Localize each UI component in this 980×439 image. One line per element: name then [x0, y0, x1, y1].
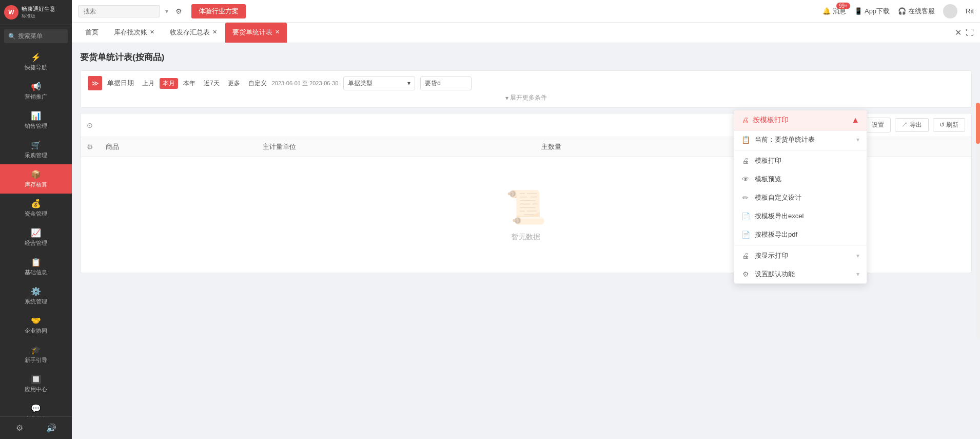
- sidebar-item-appstore[interactable]: 🔲 应用中心: [0, 369, 72, 398]
- topbar-chevron-icon[interactable]: ▾: [165, 8, 168, 15]
- doc-type-chevron-icon: ▾: [407, 80, 410, 87]
- search-icon: 🔍: [8, 33, 16, 40]
- export-button[interactable]: ↗ 导出: [895, 118, 928, 132]
- topbar-search-input[interactable]: [78, 5, 160, 17]
- user-avatar[interactable]: [943, 4, 957, 18]
- default-settings-item[interactable]: ⚙ 设置默认功能 ▾: [734, 265, 867, 283]
- template-export-pdf-label: 按模板导出pdf: [755, 230, 859, 239]
- tab-order-stats[interactable]: 要货单统计表 ✕: [225, 23, 287, 43]
- doc-type-select[interactable]: 单据类型 ▾: [343, 77, 415, 90]
- experience-button[interactable]: 体验行业方案: [191, 4, 246, 18]
- search-menu-button[interactable]: 🔍 搜索菜单: [4, 29, 68, 43]
- toolbar-settings-icon[interactable]: ⊙: [87, 121, 93, 129]
- settings-bottom-button[interactable]: ⚙: [14, 421, 25, 435]
- tab-home[interactable]: 首页: [78, 23, 106, 43]
- topbar-gear-icon[interactable]: ⚙: [175, 7, 182, 15]
- display-print-item[interactable]: 🖨 按显示打印 ▾: [734, 246, 867, 265]
- date-range-label: 2023-06-01 至 2023-06-30: [272, 80, 339, 87]
- print-dropdown-close-button[interactable]: ▲: [851, 116, 859, 125]
- sidebar-item-basic[interactable]: 📋 基础信息: [0, 252, 72, 281]
- tab-maximize-button[interactable]: ⛶: [966, 28, 974, 37]
- filter-expand-icon[interactable]: ≫: [88, 76, 102, 90]
- date-current-year-button[interactable]: 本年: [180, 78, 199, 89]
- sidebar-item-collab[interactable]: 🤝 企业协同: [0, 311, 72, 340]
- online-service-label: 在线客服: [908, 7, 935, 16]
- search-menu-label: 搜索菜单: [18, 32, 43, 41]
- app-download-action[interactable]: 📱 App下载: [854, 7, 890, 16]
- date-prev-month-button[interactable]: 上月: [139, 78, 158, 89]
- purchase-icon: 🛒: [31, 140, 41, 150]
- template-custom-item[interactable]: ✏ 模板自定义设计: [734, 188, 867, 207]
- template-export-excel-item[interactable]: 📄 按模板导出excel: [734, 207, 867, 225]
- default-settings-icon: ⚙: [741, 270, 750, 278]
- category-label: 要货d: [425, 79, 441, 88]
- date-current-month-button[interactable]: 本月: [160, 78, 178, 89]
- template-export-pdf-icon: 📄: [741, 231, 750, 239]
- expand-label: 展开更多条件: [510, 93, 547, 102]
- template-export-pdf-item[interactable]: 📄 按模板导出pdf: [734, 225, 867, 244]
- sidebar-item-marketing[interactable]: 📢 营销推广: [0, 77, 72, 106]
- volume-icon: 🔊: [46, 424, 56, 432]
- template-print-item-label: 模板打印: [755, 156, 859, 165]
- refresh-button[interactable]: ↺ 刷新: [933, 118, 965, 132]
- volume-bottom-button[interactable]: 🔊: [44, 421, 58, 435]
- sidebar-item-wechat[interactable]: 💬 企业微信: [0, 398, 72, 416]
- template-print-item[interactable]: 🖨 模板打印: [734, 151, 867, 170]
- column-settings-icon[interactable]: ⚙: [87, 143, 93, 151]
- tab-order-stats-close[interactable]: ✕: [275, 29, 280, 35]
- inventory-icon: 📦: [31, 169, 41, 179]
- display-print-arrow-icon: ▾: [856, 252, 859, 259]
- system-icon: ⚙️: [31, 287, 41, 296]
- date-filter-label: 单据日期: [107, 79, 134, 88]
- sidebar-item-guide[interactable]: 🎓 新手引导: [0, 340, 72, 369]
- category-select[interactable]: 要货d: [420, 77, 472, 90]
- sidebar-search-area[interactable]: 🔍 搜索菜单: [0, 25, 72, 47]
- col-header-product: 商品: [100, 137, 257, 157]
- tab-receipt-summary-close[interactable]: ✕: [212, 29, 217, 35]
- sidebar-item-sales[interactable]: 📊 销售管理: [0, 106, 72, 135]
- tab-close-window-button[interactable]: ✕: [955, 28, 962, 37]
- sidebar-item-quick-nav[interactable]: ⚡ 快捷导航: [0, 47, 72, 77]
- messages-action[interactable]: 🔔 消息 99+: [822, 7, 846, 16]
- template-preview-item[interactable]: 👁 模板预览: [734, 170, 867, 188]
- current-template-item[interactable]: 📋 当前：要货单统计表 ▾: [734, 130, 867, 149]
- template-custom-item-icon: ✏: [741, 194, 750, 202]
- sidebar-item-label: 库存核算: [25, 181, 47, 188]
- tab-receipt-summary[interactable]: 收发存汇总表 ✕: [163, 23, 224, 43]
- chevron-right-icon: ≫: [91, 79, 99, 87]
- vertical-scrollbar[interactable]: [976, 103, 980, 339]
- online-service-action[interactable]: 🎧 在线客服: [898, 7, 935, 16]
- sidebar-item-label: 新手引导: [25, 356, 47, 364]
- app-name: 畅康通好生意: [22, 5, 55, 12]
- topbar-actions: 🔔 消息 99+ 📱 App下载 🎧 在线客服 Rit: [822, 4, 974, 18]
- logo-icon: W: [4, 5, 18, 20]
- date-custom-button[interactable]: 自定义: [245, 78, 270, 89]
- sidebar: W 畅康通好生意 标准版 🔍 搜索菜单 ⚡ 快捷导航 📢 营销推广 📊 销售管理…: [0, 0, 72, 439]
- template-preview-item-icon: 👁: [741, 175, 750, 183]
- main-area: ▾ ⚙ 体验行业方案 🔔 消息 99+ 📱 App下载 🎧 在线客服 Rit 首…: [72, 0, 980, 439]
- date-more-button[interactable]: 更多: [225, 78, 243, 89]
- sidebar-item-purchase[interactable]: 🛒 采购管理: [0, 135, 72, 164]
- doc-type-label: 单据类型: [348, 79, 373, 88]
- date-options-group: 上月 本月 本年 近7天 更多 自定义 2023-06-01 至 2023-06…: [139, 78, 338, 89]
- expand-more-conditions-button[interactable]: ▾ 展开更多条件: [505, 93, 547, 102]
- sidebar-item-inventory[interactable]: 📦 库存核算: [0, 164, 72, 194]
- sidebar-item-label: 系统管理: [25, 298, 47, 306]
- sidebar-item-label: 基础信息: [25, 269, 47, 276]
- filter-bar: ≫ 单据日期 上月 本月 本年 近7天 更多 自定义 2023-06-01 至 …: [80, 70, 972, 108]
- default-settings-label: 设置默认功能: [755, 270, 851, 279]
- tab-batch-account-close[interactable]: ✕: [150, 29, 154, 35]
- empty-text: 暂无数据: [512, 233, 540, 242]
- tab-batch-account[interactable]: 库存批次账 ✕: [107, 23, 162, 43]
- date-last7days-button[interactable]: 近7天: [201, 78, 223, 89]
- logo-text-group: 畅康通好生意 标准版: [22, 5, 55, 19]
- empty-illustration: 📜: [505, 188, 546, 226]
- sidebar-item-operation[interactable]: 📈 经营管理: [0, 223, 72, 252]
- sidebar-item-system[interactable]: ⚙️ 系统管理: [0, 281, 72, 311]
- sidebar-item-finance[interactable]: 💰 资金管理: [0, 194, 72, 223]
- scrollbar-thumb[interactable]: [976, 103, 980, 144]
- print-dropdown: 🖨 按模板打印 ▲ 📋 当前：要货单统计表 ▾ 🖨 模板打印 👁 模板预览: [734, 110, 867, 284]
- current-template-arrow-icon: ▾: [856, 136, 859, 143]
- basic-icon: 📋: [31, 257, 41, 267]
- settings-button[interactable]: 设置: [865, 118, 891, 132]
